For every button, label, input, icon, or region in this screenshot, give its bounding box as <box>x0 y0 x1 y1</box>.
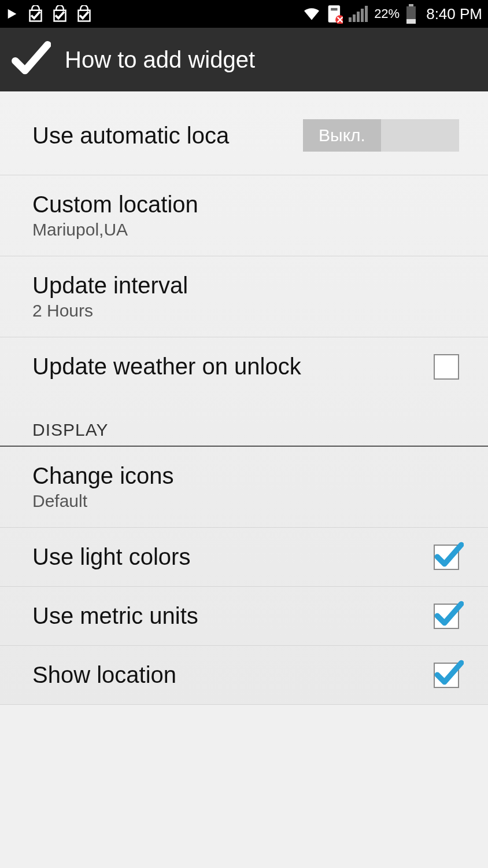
setting-value: Mariupol,UA <box>32 220 459 240</box>
section-header-display: DISPLAY <box>0 396 488 447</box>
svg-rect-3 <box>349 17 352 22</box>
setting-show-location[interactable]: Show location <box>0 646 488 705</box>
setting-title: Update weather on unlock <box>32 354 434 380</box>
battery-percent: 22% <box>374 6 400 21</box>
light-colors-checkbox[interactable] <box>434 545 459 570</box>
setting-custom-location[interactable]: Custom location Mariupol,UA <box>0 175 488 256</box>
shopping-check-icon <box>50 5 67 23</box>
setting-value: 2 Hours <box>32 301 459 321</box>
setting-change-icons[interactable]: Change icons Default <box>0 447 488 528</box>
show-location-checkbox[interactable] <box>434 663 459 688</box>
svg-rect-6 <box>361 9 364 22</box>
play-icon <box>6 8 19 20</box>
toggle-knob <box>381 119 459 152</box>
svg-rect-5 <box>357 12 360 22</box>
setting-title: Use light colors <box>32 544 434 570</box>
setting-title: Update interval <box>32 273 459 299</box>
sim-error-icon <box>327 4 343 24</box>
svg-rect-4 <box>353 14 356 22</box>
metric-units-checkbox[interactable] <box>434 604 459 629</box>
setting-update-interval[interactable]: Update interval 2 Hours <box>0 256 488 337</box>
status-bar: 22% 8:40 PM <box>0 0 488 28</box>
svg-rect-1 <box>331 8 337 11</box>
setting-title: Use automatic loca <box>32 123 303 149</box>
page-title: How to add widget <box>65 47 255 73</box>
setting-auto-location[interactable]: Use automatic loca Выкл. <box>0 91 488 175</box>
toggle-label: Выкл. <box>303 119 381 152</box>
setting-value: Default <box>32 491 459 511</box>
clock: 8:40 PM <box>426 5 482 23</box>
setting-title: Show location <box>32 662 434 688</box>
wifi-icon <box>302 6 321 21</box>
shopping-check-icon <box>74 5 91 23</box>
svg-rect-7 <box>365 6 368 22</box>
setting-title: Change icons <box>32 463 459 489</box>
app-bar: How to add widget <box>0 28 488 91</box>
svg-rect-10 <box>406 19 416 24</box>
update-on-unlock-checkbox[interactable] <box>434 354 459 380</box>
setting-title: Custom location <box>32 192 459 218</box>
setting-update-on-unlock[interactable]: Update weather on unlock <box>0 337 488 396</box>
setting-title: Use metric units <box>32 603 434 629</box>
svg-rect-8 <box>409 4 413 6</box>
setting-metric-units[interactable]: Use metric units <box>0 587 488 646</box>
settings-list: Use automatic loca Выкл. Custom location… <box>0 91 488 705</box>
shopping-check-icon <box>25 5 43 23</box>
signal-icon <box>349 6 368 22</box>
setting-light-colors[interactable]: Use light colors <box>0 528 488 587</box>
battery-icon <box>405 4 417 24</box>
app-check-icon <box>10 38 51 81</box>
auto-location-toggle[interactable]: Выкл. <box>303 119 459 152</box>
